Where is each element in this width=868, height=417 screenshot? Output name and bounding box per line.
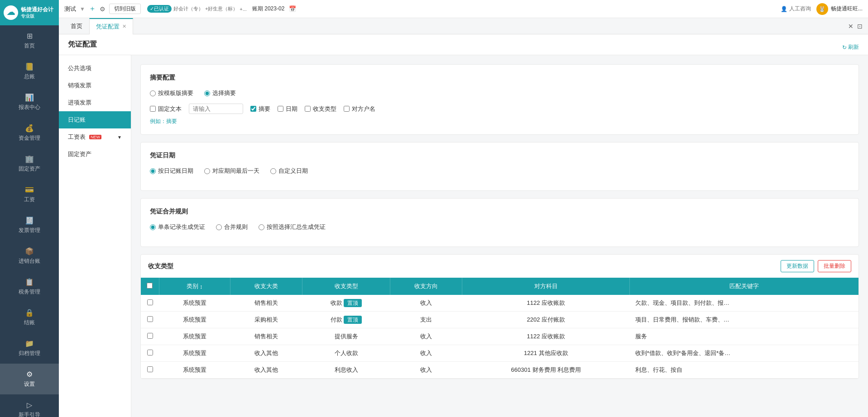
row-direction: 收入 (390, 328, 462, 345)
menu-item-payroll[interactable]: 工资表 NEW ▼ (59, 128, 131, 146)
sidebar-item-salary[interactable]: 💳 工资 (0, 179, 59, 210)
batch-delete-button[interactable]: 批量删除 (818, 260, 851, 272)
sidebar-item-assets[interactable]: 🏢 固定资产 (0, 148, 59, 179)
archive-icon: 📁 (25, 339, 34, 348)
radio-single-input[interactable] (150, 224, 156, 230)
inner-layout: 公共选项 销项发票 进项发票 日记账 工资表 NEW ▼ 固定资产 (59, 55, 868, 417)
radio-period-last-input[interactable] (204, 168, 210, 174)
top-tag: 置顶 (344, 299, 362, 307)
sidebar-item-settings-label: 设置 (24, 380, 35, 388)
row-checkbox[interactable] (147, 299, 153, 305)
radio-single[interactable]: 单条记录生成凭证 (150, 223, 205, 231)
checkbox-fixed-text-input[interactable] (150, 106, 156, 112)
sidebar-item-reports[interactable]: 📊 报表中心 (0, 87, 59, 118)
menu-item-fixed-assets[interactable]: 固定资产 (59, 146, 131, 163)
radio-period-last[interactable]: 对应期间最后一天 (204, 167, 259, 175)
example-text: 例如：摘要 (150, 118, 849, 125)
menu-item-journal[interactable]: 日记账 (59, 111, 131, 128)
switch-version-button[interactable]: 切到旧版 (109, 4, 141, 14)
fixed-text-input[interactable] (189, 104, 243, 114)
row-check (141, 328, 159, 345)
update-data-button[interactable]: 更新数据 (781, 260, 814, 272)
menu-item-sales-invoice[interactable]: 销项发票 (59, 77, 131, 94)
checkbox-summary[interactable]: 摘要 (250, 105, 270, 113)
tag2: +好生意（标） (205, 5, 238, 12)
voucher-date-section: 凭证日期 按日记账日期 对应期间最后一天 自定义日期 (140, 142, 859, 191)
tab-home[interactable]: 首页 (64, 18, 89, 34)
tab-voucher-config[interactable]: 凭证配置 ✕ (89, 18, 133, 34)
checkbox-summary-input[interactable] (250, 106, 256, 112)
row-checkbox[interactable] (147, 333, 153, 339)
table-actions: 更新数据 批量删除 (781, 260, 851, 272)
radio-by-select-input[interactable] (259, 224, 264, 230)
checkbox-counterparty[interactable]: 对方户名 (344, 105, 375, 113)
row-account: 1122 应收账款 (462, 295, 630, 312)
radio-by-select[interactable]: 按照选择汇总生成凭证 (259, 223, 326, 231)
row-category: 系统预置 (159, 362, 230, 379)
sidebar-item-settings[interactable]: ⚙ 设置 (0, 364, 59, 394)
radio-custom-date[interactable]: 自定义日期 (270, 167, 308, 175)
checkbox-counterparty-label: 对方户名 (352, 105, 375, 113)
row-keywords: 服务 (630, 328, 858, 345)
sidebar-item-closing[interactable]: 🔒 结账 (0, 302, 59, 333)
menu-item-public[interactable]: 公共选项 (59, 60, 131, 77)
checkbox-payment-type[interactable]: 收支类型 (305, 105, 336, 113)
row-category: 系统预置 (159, 328, 230, 345)
menu-item-purchase-invoice[interactable]: 进项发票 (59, 94, 131, 111)
sidebar-item-tax[interactable]: 📋 税务管理 (0, 271, 59, 302)
radio-select[interactable]: 选择摘要 (204, 89, 236, 97)
radio-journal-date-input[interactable] (150, 168, 156, 174)
expand-button[interactable]: ⊡ (857, 23, 863, 30)
content-header: 凭证配置 ↻ 刷新 (59, 34, 868, 55)
radio-select-input[interactable] (204, 90, 210, 96)
sidebar-item-purchase[interactable]: 📦 进销台账 (0, 241, 59, 271)
certified-tag: ✓已认证 (147, 5, 172, 13)
row-checkbox[interactable] (147, 316, 153, 322)
add-icon[interactable]: ＋ (89, 4, 96, 14)
row-checkbox[interactable] (147, 350, 153, 355)
refresh-button[interactable]: ↻ 刷新 (842, 43, 859, 51)
checkbox-date-input[interactable] (278, 106, 283, 112)
payment-types-section: 收支类型 更新数据 批量删除 类别 ↕ (140, 254, 859, 379)
radio-template-label: 按模板版摘要 (158, 89, 193, 97)
radio-custom-date-input[interactable] (270, 168, 276, 174)
sidebar-item-archive[interactable]: 📁 归档管理 (0, 333, 59, 364)
payment-types-table: 类别 ↕ 收支大类 收支类型 收支方向 对方科目 匹配关键字 系统预置 (141, 278, 858, 379)
row-type: 个人收款 (302, 345, 390, 362)
gear-icon[interactable]: ⚙ (100, 5, 106, 13)
service-label: 人工咨询 (789, 5, 811, 13)
checkbox-date[interactable]: 日期 (278, 105, 297, 113)
sidebar-item-invoice[interactable]: 🧾 发票管理 (0, 210, 59, 241)
table-body: 系统预置 销售相关 收款 置顶 收入 1122 应收账款 欠款、现金、项目款、到… (141, 295, 858, 379)
topbar-tags: ✓已认证 好会计（专） +好生意（标） +... (147, 5, 247, 13)
service-button[interactable]: 👤 人工咨询 (781, 5, 811, 13)
tab-close-icon[interactable]: ✕ (122, 24, 126, 29)
sidebar-item-guide[interactable]: ▷ 新手引导 (0, 394, 59, 417)
company-dropdown-icon[interactable]: ▼ (80, 6, 85, 12)
radio-journal-date[interactable]: 按日记账日期 (150, 167, 193, 175)
checkbox-counterparty-input[interactable] (344, 106, 350, 112)
sidebar-item-ledger[interactable]: 📒 总账 (0, 56, 59, 87)
radio-journal-date-label: 按日记账日期 (158, 167, 193, 175)
radio-merge-input[interactable] (216, 224, 222, 230)
sidebar-item-funds[interactable]: 💰 资金管理 (0, 118, 59, 148)
radio-template[interactable]: 按模板版摘要 (150, 89, 193, 97)
tax-icon: 📋 (25, 278, 34, 286)
row-category: 系统预置 (159, 345, 230, 362)
sidebar-item-closing-label: 结账 (24, 319, 35, 327)
radio-merge[interactable]: 合并规则 (216, 223, 248, 231)
radio-by-select-label: 按照选择汇总生成凭证 (267, 223, 326, 231)
row-keywords: 利息、行花、按自 (630, 362, 858, 379)
table-title: 收支类型 (148, 262, 173, 270)
sidebar-item-home[interactable]: ⊞ 首页 (0, 25, 59, 56)
checkbox-fixed-text[interactable]: 固定文本 (150, 105, 182, 113)
row-checkbox[interactable] (147, 366, 153, 372)
radio-template-input[interactable] (150, 90, 156, 96)
table-row: 系统预置 采购相关 付款 置顶 支出 2202 应付账款 项目、日常费用、报销款… (141, 312, 858, 328)
checkbox-payment-type-input[interactable] (305, 106, 311, 112)
user-info[interactable]: 🐰 畅捷通旺旺... (816, 3, 863, 15)
checkbox-date-label: 日期 (286, 105, 297, 113)
close-all-button[interactable]: ✕ (848, 23, 854, 30)
select-all-checkbox[interactable] (147, 283, 153, 289)
calendar-icon[interactable]: 📅 (289, 5, 296, 12)
